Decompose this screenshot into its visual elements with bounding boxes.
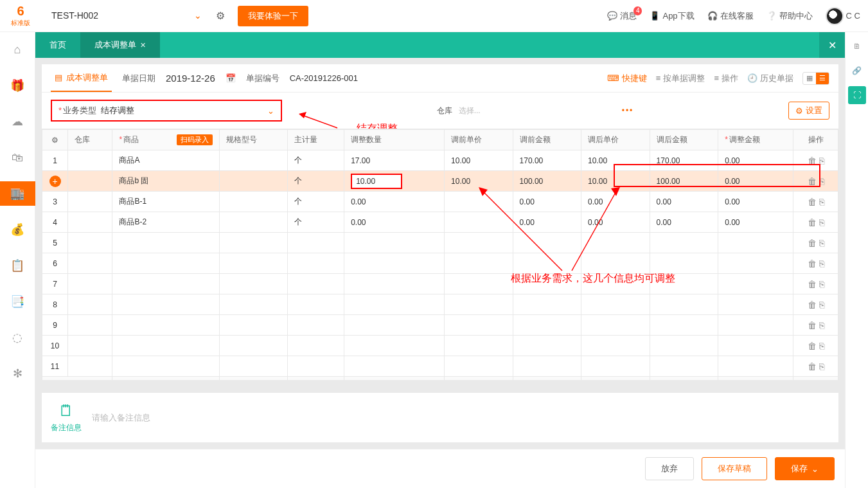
add-row-icon[interactable]: +	[49, 176, 61, 187]
copy-icon[interactable]: ⎘	[819, 361, 824, 372]
table-row[interactable]: 9🗑⎘	[42, 315, 838, 336]
scan-badge[interactable]: 扫码录入	[177, 134, 213, 145]
rail-note-icon[interactable]: 🗎	[848, 37, 866, 55]
copy-icon[interactable]: ⎘	[819, 320, 824, 330]
messages-link[interactable]: 💬 消息 4	[607, 10, 637, 22]
tab-bar: 首页 成本调整单 ✕ ✕	[35, 32, 845, 58]
right-rail: 🗎 🔗 ⛶	[845, 32, 868, 488]
nav-cloud[interactable]: ☁	[0, 109, 35, 134]
rail-expand-icon[interactable]: ⛶	[848, 86, 866, 104]
table-row[interactable]: +商品b 固个10.0010.00100.0010.00100.000.00🗑⎘	[42, 171, 838, 192]
table-row[interactable]: 4商品B-2个0.000.000.000.000.00🗑⎘	[42, 212, 838, 233]
hotkey-link[interactable]: ⌨快捷键	[607, 73, 647, 84]
trial-button[interactable]: 我要体验一下	[238, 6, 308, 26]
table-row[interactable]: 10🗑⎘	[42, 336, 838, 356]
history-link[interactable]: 🕘历史单据	[747, 73, 793, 84]
copy-icon[interactable]: ⎘	[819, 217, 824, 228]
operations-menu[interactable]: ≡操作	[714, 73, 738, 84]
nav-new[interactable]: ✻	[0, 361, 35, 386]
discard-button[interactable]: 放弃	[645, 457, 694, 480]
close-all-tabs[interactable]: ✕	[819, 32, 845, 58]
doc-type-tab[interactable]: ▤ 成本调整单	[51, 64, 112, 92]
date-value[interactable]: 2019-12-26	[166, 73, 215, 84]
col-pre-amt: 调前金额	[513, 130, 581, 150]
remark-input[interactable]	[92, 413, 829, 422]
view-card-icon[interactable]: ▦	[803, 73, 816, 84]
gear-icon[interactable]: ⚙	[216, 10, 225, 22]
nav-money[interactable]: 💰	[0, 217, 35, 242]
table-row[interactable]: 8🗑⎘	[42, 294, 838, 315]
close-icon[interactable]: ✕	[140, 41, 146, 50]
annotation-2: 根据业务需求，这几个信息均可调整	[511, 272, 675, 285]
org-selector[interactable]: TEST-H002 ⌄	[46, 8, 207, 24]
table-row[interactable]: 5🗑⎘	[42, 233, 838, 253]
keyboard-icon: ⌨	[607, 73, 619, 83]
delete-icon[interactable]: 🗑	[808, 341, 817, 351]
nav-home[interactable]: ⌂	[0, 37, 35, 62]
view-list-icon[interactable]: ☰	[816, 73, 829, 84]
user-menu[interactable]: C C	[826, 7, 860, 25]
tab-cost-adjust[interactable]: 成本调整单 ✕	[80, 32, 160, 58]
rail-link-icon[interactable]: 🔗	[848, 62, 866, 80]
copy-icon[interactable]: ⎘	[819, 176, 824, 186]
nav-refresh[interactable]: ◌	[0, 325, 35, 350]
table-row[interactable]: 11🗑⎘	[42, 356, 838, 377]
qty-input[interactable]: 10.00	[351, 174, 402, 189]
history-icon: 🕘	[747, 73, 757, 83]
copy-icon[interactable]: ⎘	[819, 197, 824, 207]
save-button[interactable]: 保存⌄	[775, 457, 835, 480]
copy-icon[interactable]: ⎘	[819, 300, 824, 310]
customer-service-link[interactable]: 🎧在线客服	[707, 10, 754, 22]
table-row[interactable]: 1商品A个17.0010.00170.0010.00170.000.00🗑⎘	[42, 150, 838, 171]
copy-icon[interactable]: ⎘	[819, 341, 824, 351]
table-row[interactable]: 3商品B-1个0.000.000.000.000.00🗑⎘	[42, 192, 838, 212]
message-icon: 💬	[607, 11, 617, 21]
post-amt-input[interactable]: 100.00	[657, 177, 680, 186]
post-price-input[interactable]: 10.00	[588, 177, 607, 186]
copy-icon[interactable]: ⎘	[819, 279, 824, 289]
delete-icon[interactable]: 🗑	[808, 197, 817, 207]
delete-icon[interactable]: 🗑	[808, 300, 817, 310]
tab-home[interactable]: 首页	[35, 32, 80, 58]
avatar	[826, 7, 844, 25]
help-link[interactable]: ❔帮助中心	[766, 10, 813, 22]
delete-icon[interactable]: 🗑	[808, 156, 817, 166]
nav-clipboard[interactable]: 📋	[0, 253, 35, 278]
message-badge: 4	[633, 6, 642, 15]
settings-button[interactable]: ⚙设置	[788, 102, 829, 120]
app-download-link[interactable]: 📱App下载	[650, 10, 694, 22]
adj-input[interactable]: 0.00	[725, 177, 740, 186]
document-icon: ▤	[55, 73, 62, 82]
delete-icon[interactable]: 🗑	[808, 258, 817, 269]
nav-warehouse[interactable]: 🏬	[0, 181, 35, 206]
view-toggle[interactable]: ▦ ☰	[802, 72, 829, 85]
col-warehouse: 仓库	[68, 130, 112, 150]
nav-gift[interactable]: 🎁	[0, 73, 35, 98]
calendar-icon[interactable]: 📅	[226, 73, 236, 83]
table-row[interactable]: 6🗑⎘	[42, 253, 838, 274]
nav-report[interactable]: 📑	[0, 289, 35, 314]
warehouse-field[interactable]: 仓库 选择... •••	[301, 105, 769, 116]
logo-icon: 6	[17, 4, 24, 19]
col-gear[interactable]: ⚙	[42, 130, 68, 150]
col-product: *商品扫码录入	[112, 130, 219, 150]
save-draft-button[interactable]: 保存草稿	[702, 457, 767, 480]
delete-icon[interactable]: 🗑	[808, 279, 817, 289]
delete-icon[interactable]: 🗑	[808, 176, 817, 186]
more-icon[interactable]: •••	[622, 106, 634, 115]
business-type-select[interactable]: *业务类型 结存调整 ⌄	[51, 100, 282, 122]
chevron-down-icon: ⌄	[267, 106, 274, 116]
delete-icon[interactable]: 🗑	[808, 361, 817, 372]
copy-icon[interactable]: ⎘	[819, 258, 824, 269]
col-adj-amt: *调整金额	[718, 130, 793, 150]
adjust-by-doc[interactable]: ≡按单据调整	[656, 73, 705, 84]
delete-icon[interactable]: 🗑	[808, 320, 817, 330]
copy-icon[interactable]: ⎘	[819, 238, 824, 248]
page-header: ▤ 成本调整单 单据日期 2019-12-26 📅 单据编号 CA-201912…	[42, 64, 838, 93]
copy-icon[interactable]: ⎘	[819, 156, 824, 166]
delete-icon[interactable]: 🗑	[808, 238, 817, 248]
subtotal-row: 小计 27.00 270.00 270.00 0.00	[42, 377, 838, 381]
nav-bag[interactable]: 🛍	[0, 145, 35, 170]
delete-icon[interactable]: 🗑	[808, 217, 817, 228]
table-row[interactable]: 7🗑⎘	[42, 274, 838, 294]
